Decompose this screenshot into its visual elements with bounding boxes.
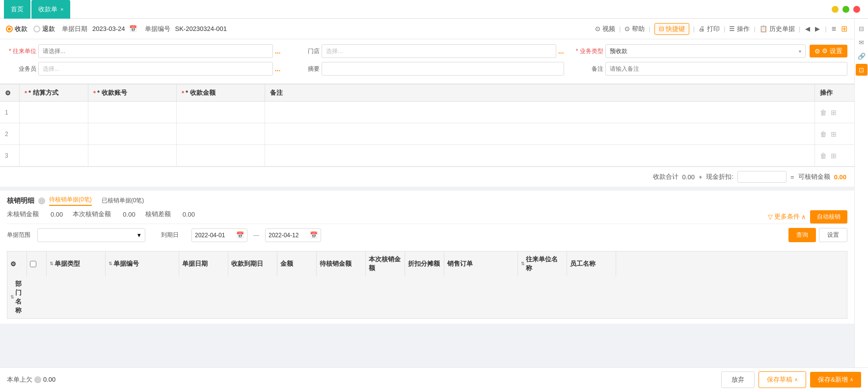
delete-row-1-icon[interactable]: 🗑 (820, 109, 827, 116)
available-label: 可核销金额 (798, 172, 830, 181)
bottom-info-icon[interactable]: ⓘ (34, 376, 41, 383)
party-input[interactable] (38, 44, 273, 58)
number-value: SK-20230324-001 (175, 25, 227, 32)
main-content: 收款 退款 单据日期 2023-03-24 📅 单据编号 SK-20230324… (0, 19, 854, 391)
due-date-label: 到期日 (161, 231, 186, 239)
copy-row-1-icon[interactable]: ⊞ (831, 109, 837, 116)
date-from-field[interactable] (195, 232, 234, 239)
operate-action[interactable]: ☰ 操作 (729, 25, 750, 33)
auto-cancel-btn[interactable]: 自动核销 (810, 210, 847, 223)
window-close-btn[interactable] (853, 6, 860, 13)
nav-left-icon[interactable]: ◀ (805, 25, 810, 32)
dth-store: ⇅ 部门名称 (7, 276, 27, 318)
sidebar-expand-icon[interactable]: ⊡ (856, 64, 868, 76)
biz-type-chevron: ▾ (799, 49, 801, 54)
td-amount-1[interactable] (177, 102, 265, 123)
tab-pending[interactable]: 待核销单据(0笔) (49, 196, 92, 206)
video-label: 视频 (602, 25, 615, 33)
copy-row-2-icon[interactable]: ⊞ (831, 130, 837, 138)
store-select[interactable]: 选择... (322, 44, 556, 58)
uncancelled-label: 未核销金额 (7, 210, 39, 219)
biz-type-select[interactable]: 预收款 ▾ (605, 44, 806, 58)
filter-right: 查询 设置 (788, 228, 847, 242)
dth-pending-label: 待核销金额 (320, 259, 352, 268)
help-action[interactable]: ⊙ 帮助 (624, 25, 645, 33)
sidebar-attach-icon[interactable]: 🔗 (856, 50, 868, 62)
dth-store-label: 部门名称 (15, 279, 24, 315)
available-value: 0.00 (834, 173, 846, 181)
calendar-icon[interactable]: 📅 (129, 25, 137, 32)
party-ellipsis[interactable]: ... (275, 47, 281, 55)
th-settings[interactable]: ⚙ (0, 84, 20, 101)
summary-input[interactable] (322, 62, 564, 76)
diff-value: 0.00 (183, 211, 195, 218)
nav-right-icon[interactable]: ▶ (815, 25, 820, 32)
query-btn[interactable]: 查询 (788, 228, 816, 242)
remark-section: 备注 (574, 62, 847, 76)
radio-receipt[interactable]: 收款 (6, 25, 27, 33)
delete-row-2-icon[interactable]: 🗑 (820, 130, 827, 138)
discard-btn[interactable]: 放弃 (721, 371, 755, 388)
td-row-num-1: 1 (0, 102, 20, 123)
date-to-field[interactable] (269, 232, 308, 239)
print-action[interactable]: 🖨 打印 (699, 25, 720, 33)
reconcile-settings-btn[interactable]: 设置 (819, 228, 847, 242)
video-action[interactable]: ⊙ 视频 (595, 25, 615, 33)
bottom-info: 本单上欠 ⓘ 0.00 (7, 375, 55, 384)
tab-home[interactable]: 首页 (4, 0, 30, 19)
discount-input[interactable] (737, 171, 787, 183)
history-action[interactable]: 📋 历史单据 (760, 25, 795, 33)
section-divider (0, 187, 854, 191)
dth-due: 收款到期日 (228, 251, 277, 276)
sidebar-table-icon[interactable]: ⊟ (856, 23, 868, 34)
save-draft-btn[interactable]: 保存草稿 ∧ (759, 371, 806, 388)
more-filter-btn[interactable]: ▽ 更多条件 ∧ (768, 212, 806, 221)
staff-select[interactable]: 选择... (38, 62, 273, 76)
td-account-1[interactable] (88, 102, 177, 123)
menu-icon[interactable]: ≡ (832, 25, 836, 33)
store-ellipsis[interactable]: ... (558, 47, 564, 55)
td-action-2: 🗑 ⊞ (815, 123, 854, 144)
td-remark-2[interactable] (265, 123, 815, 144)
select-all-checkbox[interactable] (30, 261, 36, 267)
sidebar-mail-icon[interactable]: ✉ (856, 36, 868, 48)
td-method-2[interactable] (20, 123, 88, 144)
remark-input[interactable] (605, 62, 847, 76)
receipt-type-radio-group: 收款 退款 (6, 25, 55, 33)
window-minimize-btn[interactable] (832, 6, 839, 13)
filter-range-select[interactable]: ▾ (37, 228, 145, 242)
save-new-btn[interactable]: 保存&新增 ∧ (810, 372, 861, 388)
th-remark-label: 备注 (270, 88, 283, 97)
radio-refund[interactable]: 退款 (33, 25, 55, 33)
tab-close-icon[interactable]: × (60, 6, 63, 12)
tab-receipt[interactable]: 收款单 × (31, 0, 70, 19)
copy-row-3-icon[interactable]: ⊞ (831, 152, 837, 160)
date-to-input[interactable]: 📅 (265, 228, 321, 242)
dth-settings[interactable]: ⚙ (7, 251, 27, 276)
date-from-input[interactable]: 📅 (191, 228, 247, 242)
td-remark-3[interactable] (265, 145, 815, 166)
td-remark-1[interactable] (265, 102, 815, 123)
window-maximize-btn[interactable] (842, 6, 849, 13)
td-amount-2[interactable] (177, 123, 265, 144)
td-method-1[interactable] (20, 102, 88, 123)
td-account-2[interactable] (88, 123, 177, 144)
dth-number: ⇅ 单据编号 (106, 251, 179, 276)
shortcut-btn[interactable]: ⊟ 快捷键 (654, 23, 689, 35)
reconcile-actions: ▽ 更多条件 ∧ 自动核销 (768, 210, 847, 223)
td-amount-3[interactable] (177, 145, 265, 166)
reconcile-info-icon[interactable]: ⓘ (38, 197, 45, 204)
receipt-table: ⚙ * * 结算方式 * * 收款账号 * * 收款金额 备注 操作 (0, 84, 854, 167)
radio-refund-label: 退款 (42, 25, 55, 33)
dth-checkbox[interactable] (27, 251, 47, 276)
td-method-3[interactable] (20, 145, 88, 166)
tab-done[interactable]: 已核销单据(0笔) (102, 196, 144, 205)
summary-section: 摘要 (290, 62, 564, 76)
form-settings-btn[interactable]: ⚙ ⚙ 设置 (810, 45, 847, 57)
td-account-3[interactable] (88, 145, 177, 166)
staff-ellipsis[interactable]: ... (275, 65, 281, 73)
grid-icon[interactable]: ⊞ (841, 24, 847, 33)
th-account-star: * (93, 89, 96, 97)
delete-row-3-icon[interactable]: 🗑 (820, 152, 827, 160)
sort-party-icon: ⇅ (521, 261, 525, 266)
